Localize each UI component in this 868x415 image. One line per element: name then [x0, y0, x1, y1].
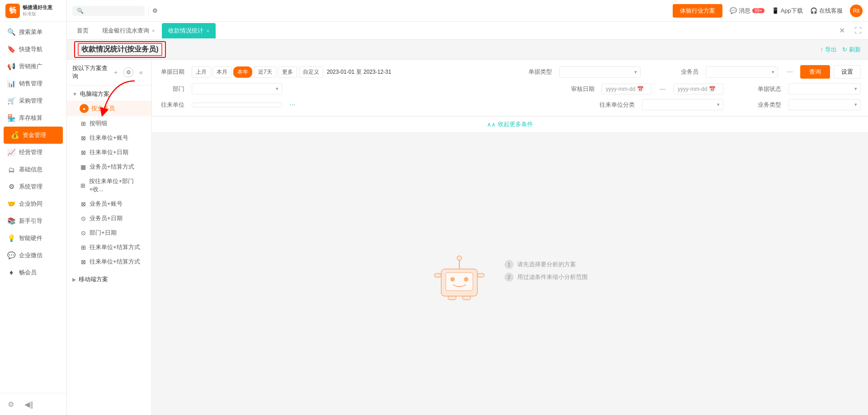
review-date-to[interactable]: yyyy-mm-dd 📅	[674, 84, 723, 94]
user-avatar[interactable]: Rit	[850, 5, 863, 17]
sidebar-item-label: 销售管理	[19, 80, 42, 88]
left-panel-header: 按以下方案查询 + ⚙ «	[67, 60, 151, 85]
hint-num-2: 2	[505, 273, 514, 282]
sidebar-item-search[interactable]: 🔍 搜索菜单	[0, 24, 66, 41]
topbar-search-box[interactable]: 🔍	[72, 6, 145, 16]
scheme-item-unit-date[interactable]: ⊠ 往来单位+日期	[67, 145, 151, 160]
sidebar-item-quicknav[interactable]: 🔖 快捷导航	[0, 41, 66, 58]
refresh-btn[interactable]: ↻ 刷新	[842, 46, 861, 54]
sidebar-item-guide[interactable]: 📚 新手引导	[0, 212, 66, 230]
hint-item-2: 2 用过滤条件来缩小分析范围	[505, 273, 588, 282]
online-service-btn[interactable]: 🎧 在线客服	[810, 7, 843, 15]
scheme-group-pc-header[interactable]: ▼ 电脑端方案	[67, 87, 151, 101]
scheme-group-mobile-label: 移动端方案	[79, 275, 108, 283]
review-date-label: 审核日期	[569, 85, 594, 93]
divider	[148, 6, 149, 15]
scheme-settings-btn[interactable]: ⚙	[123, 67, 133, 77]
scheme-group-mobile: ▶ 移动端方案	[67, 271, 151, 288]
collapse-sidebar-btn[interactable]: ◀‖	[22, 397, 36, 411]
add-scheme-btn[interactable]: +	[111, 67, 121, 77]
settings-query-btn[interactable]: 设置	[834, 65, 861, 79]
download-icon: 📱	[772, 7, 779, 14]
app-download-btn[interactable]: 📱 App下载	[772, 7, 803, 15]
calendar-icon2: 📅	[709, 86, 716, 92]
voucher-status-select[interactable]	[788, 83, 861, 94]
sidebar-item-operations[interactable]: 📈 经营管理	[0, 144, 66, 161]
date-btn-7days[interactable]: 近7天	[254, 66, 276, 78]
sidebar-item-inventory[interactable]: 🏪 库存核算	[0, 109, 66, 127]
clerk-more-btn[interactable]: ···	[787, 68, 793, 76]
scheme-item-clerk-settle[interactable]: ▦ 业务员+结算方式	[67, 160, 151, 174]
avatar: Rit	[850, 5, 863, 17]
sidebar-item-sales[interactable]: 📊 销售管理	[0, 75, 66, 92]
counterpart-more-btn[interactable]: ···	[289, 101, 295, 109]
review-date-from[interactable]: yyyy-mm-dd 📅	[602, 84, 651, 94]
clerk-select[interactable]	[706, 66, 778, 78]
scheme-item-unit-settle2[interactable]: ⊠ 往来单位+结算方式	[67, 255, 151, 269]
query-btn[interactable]: 查询	[800, 65, 830, 79]
business-type-select[interactable]	[788, 99, 861, 110]
voucher-type-select[interactable]	[559, 66, 641, 78]
search-icon: 🔍	[77, 8, 84, 14]
date-btn-lastmonth[interactable]: 上月	[192, 66, 211, 78]
tab-home[interactable]: 首页	[71, 23, 95, 38]
collapse-panel-btn[interactable]: «	[136, 67, 146, 77]
messages-btn[interactable]: 💬 消息 99+	[730, 7, 764, 15]
logo-badge: 标准版	[23, 11, 52, 17]
collapse-icon: ▶	[72, 277, 76, 283]
sidebar-item-collab[interactable]: 🤝 企业协同	[0, 195, 66, 212]
collapse-more-btn[interactable]: ∧∧ 收起更多条件	[152, 116, 868, 132]
scheme-item-unit-dept-collect[interactable]: ⊞ 按往来单位+部门+收...	[67, 174, 151, 197]
export-btn[interactable]: ↑ 导出	[821, 46, 837, 54]
scheme-group-mobile-header[interactable]: ▶ 移动端方案	[67, 273, 151, 286]
page-title-box: 收款情况统计(按业务员)	[74, 41, 166, 58]
scheme-item-unit-settle1[interactable]: ⊞ 往来单位+结算方式	[67, 240, 151, 255]
tab-bank-flow[interactable]: 现金银行流水查询 ×	[96, 23, 161, 38]
scheme-item-clerk-date[interactable]: ⊙ 业务员+日期	[67, 211, 151, 226]
system-icon: ⚙	[7, 183, 15, 191]
settings-btn[interactable]: ⚙	[152, 7, 158, 14]
sidebar-item-member[interactable]: ♦ 畅会员	[0, 264, 66, 281]
sidebar-item-label: 库存核算	[19, 114, 42, 122]
sidebar-item-marketing[interactable]: 📢 营销推广	[0, 58, 66, 75]
date-btn-custom[interactable]: 自定义	[299, 66, 323, 78]
tab-collections[interactable]: 收款情况统计 ×	[162, 23, 215, 38]
sidebar-item-finance[interactable]: 💰 资金管理	[4, 127, 63, 144]
left-panel-title: 按以下方案查询	[72, 64, 111, 80]
scheme-item-detail[interactable]: ⊞ 按明细	[67, 116, 151, 131]
export-label: 导出	[825, 46, 837, 54]
svg-point-3	[464, 277, 468, 282]
business-type-select-wrap	[788, 99, 861, 110]
scheme-item-unit-account[interactable]: ⊠ 往来单位+账号	[67, 131, 151, 145]
logo-icon: 畅	[5, 4, 20, 18]
sidebar: 畅 畅捷通好生意 标准版 🔍 搜索菜单 🔖 快捷导航 📢 营销推广 📊 销售管理…	[0, 0, 67, 415]
close-tab-btn[interactable]: ✕	[835, 24, 848, 37]
date-to: 2023-12-31	[363, 69, 391, 75]
operations-icon: 📈	[7, 148, 15, 156]
sidebar-item-basics[interactable]: 🗂 基础信息	[0, 161, 66, 178]
date-btn-more[interactable]: 更多	[278, 66, 297, 78]
sidebar-item-wechat[interactable]: 💬 企业微信	[0, 247, 66, 264]
tab-bank-flow-close[interactable]: ×	[152, 28, 155, 33]
date-btn-thismonth[interactable]: 本月	[212, 66, 231, 78]
sidebar-item-system[interactable]: ⚙ 系统管理	[0, 178, 66, 195]
scheme-item-dept-date[interactable]: ⊙ 部门+日期	[67, 226, 151, 240]
sidebar-item-purchase[interactable]: 🛒 采购管理	[0, 92, 66, 109]
scheme-item-label: 按明细	[90, 119, 107, 127]
tab-collections-close[interactable]: ×	[206, 28, 209, 33]
settings-bottom-btn[interactable]: ⚙	[4, 397, 18, 411]
scheme-item-clerk-account[interactable]: ⊠ 业务员+账号	[67, 197, 151, 211]
topbar-left: 🔍 ⚙	[72, 6, 158, 16]
scheme-item-by-clerk[interactable]: ● 按业务员	[67, 101, 151, 116]
scheme-item-label: 往来单位+结算方式	[90, 243, 140, 251]
dept-select[interactable]	[192, 83, 282, 94]
maximize-btn[interactable]: ⛶	[852, 24, 864, 37]
counterpart-input[interactable]	[192, 103, 282, 107]
sidebar-item-hardware[interactable]: 💡 智能硬件	[0, 230, 66, 247]
clerk-label: 业务员	[673, 68, 698, 76]
counterpart-category-select[interactable]	[642, 99, 723, 110]
hint-num-1: 1	[505, 260, 514, 269]
upgrade-btn[interactable]: 体验行业方案	[673, 4, 722, 18]
clerk-select-wrap	[706, 66, 778, 78]
date-btn-thisyear[interactable]: 本年	[233, 66, 252, 78]
